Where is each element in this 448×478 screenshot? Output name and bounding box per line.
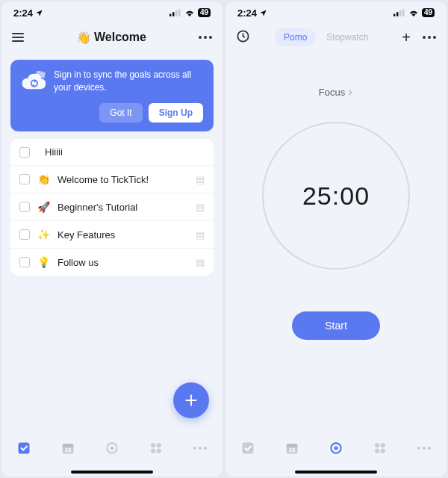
task-label: Key Features (57, 229, 188, 240)
tab-more[interactable] (190, 438, 210, 458)
home-indicator (295, 471, 377, 474)
status-time: 2:24 (13, 7, 33, 19)
svg-rect-21 (402, 9, 404, 16)
phone-left: 2:24 49 👋 Welcome Sign in to sync (1, 1, 223, 477)
banner-message: Sign in to sync the goals across all you… (54, 69, 203, 94)
list-item[interactable]: Hiiiii (10, 139, 214, 165)
tab-habit[interactable] (146, 438, 166, 458)
task-label: Welcome to TickTick! (57, 174, 188, 185)
task-emoji: 💡 (37, 256, 50, 268)
got-it-button[interactable]: Got It (99, 103, 142, 122)
svg-rect-14 (151, 443, 155, 447)
task-emoji: ✨ (37, 229, 50, 240)
wifi-icon (184, 9, 195, 16)
tab-bar: 13 (225, 430, 447, 477)
location-icon (35, 9, 43, 17)
checkbox-icon[interactable] (19, 202, 30, 212)
sync-cloud-icon (21, 69, 46, 94)
battery-indicator: 49 (422, 8, 435, 17)
mode-segment: Pomo Stopwatch (256, 28, 396, 46)
more-icon[interactable] (199, 36, 212, 39)
add-icon[interactable]: + (402, 29, 411, 46)
task-emoji: 👏 (37, 173, 50, 185)
tab-calendar[interactable]: 13 (282, 438, 302, 458)
task-label: Follow us (57, 257, 188, 268)
checkbox-icon[interactable] (19, 174, 30, 184)
tab-focus[interactable] (326, 438, 346, 458)
sign-up-button[interactable]: Sign Up (149, 103, 203, 122)
svg-rect-23 (242, 443, 253, 454)
plus-icon (184, 393, 199, 408)
svg-rect-3 (178, 9, 180, 16)
svg-rect-1 (172, 12, 174, 16)
svg-point-13 (110, 447, 113, 450)
start-button[interactable]: Start (292, 311, 380, 340)
status-bar: 2:24 49 (1, 1, 223, 21)
list-item[interactable]: 🚀 Beginner's Tutorial ▤ (10, 193, 214, 220)
checkbox-icon[interactable] (19, 147, 30, 158)
signin-banner: Sign in to sync the goals across all you… (10, 60, 214, 131)
tab-focus[interactable] (102, 438, 122, 458)
svg-rect-8 (18, 443, 29, 454)
tab-stopwatch[interactable]: Stopwatch (317, 28, 377, 46)
svg-rect-20 (399, 10, 401, 16)
svg-rect-15 (157, 443, 161, 447)
phone-right: 2:24 49 Pomo Stopwatch + Focus (225, 1, 447, 477)
history-icon[interactable] (236, 29, 250, 46)
focus-panel: Focus 25:00 Start (225, 54, 447, 477)
task-label: Hiiiii (45, 146, 205, 158)
signal-icon (169, 9, 181, 16)
status-bar: 2:24 49 (225, 1, 447, 21)
note-icon: ▤ (196, 257, 205, 268)
note-icon: ▤ (196, 174, 205, 185)
svg-rect-30 (381, 443, 385, 447)
task-label: Beginner's Tutorial (57, 202, 188, 213)
focus-selector[interactable]: Focus (319, 87, 353, 98)
svg-text:13: 13 (289, 447, 295, 453)
checkbox-icon[interactable] (19, 229, 30, 240)
location-icon (259, 9, 267, 17)
svg-rect-31 (375, 449, 379, 453)
menu-icon[interactable] (12, 33, 24, 42)
battery-indicator: 49 (198, 8, 211, 17)
list-item[interactable]: ✨ Key Features ▤ (10, 220, 214, 248)
checkbox-icon[interactable] (19, 257, 30, 267)
page-title-text: Welcome (94, 31, 146, 44)
tab-tasks[interactable] (238, 438, 258, 458)
tab-habit[interactable] (370, 438, 390, 458)
svg-point-28 (334, 447, 337, 450)
tab-more[interactable] (414, 438, 434, 458)
note-icon: ▤ (196, 202, 205, 213)
svg-rect-16 (151, 449, 155, 453)
svg-rect-19 (396, 12, 398, 16)
tab-bar: 13 (1, 430, 223, 477)
home-indicator (71, 471, 153, 474)
chevron-right-icon (347, 89, 353, 96)
note-icon: ▤ (196, 229, 205, 240)
add-task-button[interactable] (173, 382, 209, 418)
tab-tasks[interactable] (14, 438, 34, 458)
svg-rect-2 (175, 10, 177, 16)
wave-icon: 👋 (76, 31, 91, 45)
app-bar: 👋 Welcome (1, 21, 223, 54)
wifi-icon (408, 9, 419, 16)
svg-rect-32 (381, 449, 385, 453)
svg-rect-18 (393, 14, 395, 16)
status-time: 2:24 (237, 7, 257, 19)
svg-rect-0 (169, 14, 171, 16)
more-icon[interactable] (423, 36, 436, 39)
signal-icon (393, 9, 405, 16)
svg-rect-29 (375, 443, 379, 447)
page-title: 👋 Welcome (76, 31, 146, 45)
tab-calendar[interactable]: 13 (58, 438, 78, 458)
task-list: Hiiiii 👏 Welcome to TickTick! ▤ 🚀 Beginn… (10, 139, 214, 276)
svg-rect-17 (157, 449, 161, 453)
list-item[interactable]: 👏 Welcome to TickTick! ▤ (10, 165, 214, 193)
task-emoji: 🚀 (37, 201, 50, 213)
timer-dial[interactable]: 25:00 (262, 122, 410, 270)
focus-label-text: Focus (319, 87, 345, 98)
tab-pomo[interactable]: Pomo (275, 28, 316, 46)
app-bar: Pomo Stopwatch + (225, 21, 447, 54)
timer-value: 25:00 (302, 181, 370, 211)
list-item[interactable]: 💡 Follow us ▤ (10, 248, 214, 276)
